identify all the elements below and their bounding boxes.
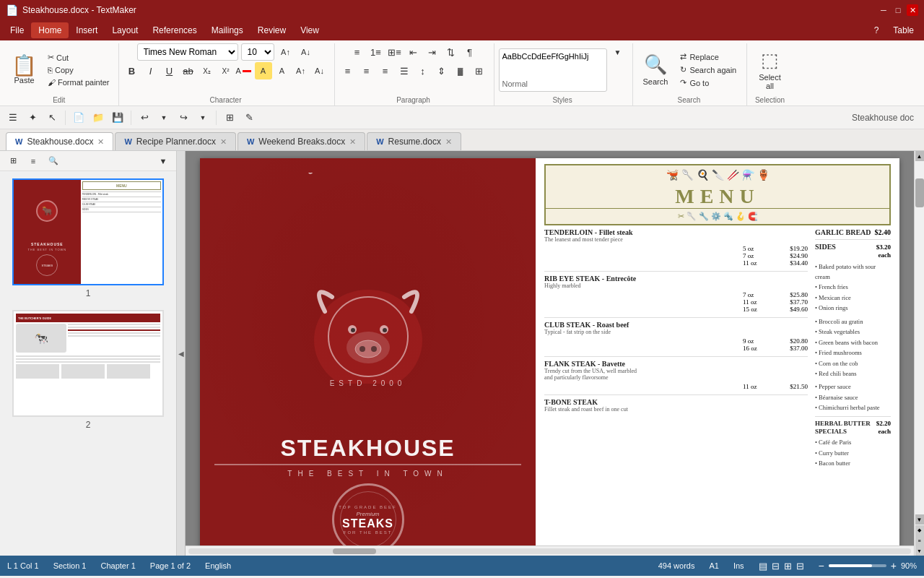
panel-collapse-handle[interactable]: ◀ — [177, 151, 186, 556]
toolbar-open-button[interactable]: 📁 — [90, 109, 107, 126]
zoom-slider[interactable] — [829, 564, 886, 567]
scroll-extra-1[interactable]: ◆ — [915, 525, 924, 535]
menu-home[interactable]: Home — [31, 22, 69, 38]
doc-tab-weekend-close[interactable]: ✕ — [349, 137, 356, 147]
font-name-select[interactable]: Times New Roman — [137, 43, 238, 61]
toolbar-cursor-button[interactable]: ↖ — [43, 109, 61, 126]
menu-references[interactable]: References — [145, 22, 204, 38]
title-controls[interactable]: ─ □ ✕ — [878, 4, 918, 16]
italic-button[interactable]: I — [142, 62, 160, 79]
zoom-in-button[interactable]: + — [891, 560, 897, 571]
char-format-button[interactable]: A — [274, 62, 291, 79]
scroll-extra-3[interactable]: ▼ — [915, 545, 924, 556]
scroll-thumb[interactable] — [915, 178, 924, 207]
font-size-select[interactable]: 10 — [241, 43, 274, 61]
menu-insert[interactable]: Insert — [69, 22, 105, 38]
justify-button[interactable]: ☰ — [396, 62, 413, 79]
doc-tab-steakhouse-close[interactable]: ✕ — [97, 137, 104, 147]
style-dropdown-button[interactable]: ▼ — [609, 43, 627, 61]
toolbar-undo-dropdown-button[interactable]: ▼ — [155, 109, 173, 126]
scroll-up-button[interactable]: ▲ — [915, 151, 924, 161]
doc-tab-weekend[interactable]: W Weekend Breaks.docx ✕ — [237, 132, 365, 150]
paste-button[interactable]: 📋 Paste — [6, 53, 43, 87]
bold-button[interactable]: B — [123, 62, 141, 79]
close-button[interactable]: ✕ — [907, 4, 918, 16]
horizontal-scrollbar[interactable] — [186, 545, 914, 556]
select-all-button[interactable]: ⬚ Selectall — [751, 46, 788, 93]
right-scrollbar[interactable]: ▲ ▼ ◆ ≡ ▼ — [914, 151, 924, 556]
sort-button[interactable]: ⇅ — [443, 43, 460, 61]
toolbar-undo-button[interactable]: ↩ — [136, 109, 153, 126]
menu-table[interactable]: Table — [886, 22, 921, 38]
style-preview-box[interactable]: AaBbCcDdEeFfGgHhIiJj Normal — [499, 48, 607, 92]
toolbar-redo-dropdown-button[interactable]: ▼ — [194, 109, 212, 126]
doc-tab-steakhouse[interactable]: W Steakhouse.docx ✕ — [6, 132, 113, 150]
doc-tab-recipe-close[interactable]: ✕ — [220, 137, 227, 147]
toolbar-menu-button[interactable]: ☰ — [4, 109, 22, 126]
char-up-button[interactable]: A↑ — [292, 62, 310, 79]
menu-view[interactable]: View — [293, 22, 326, 38]
bullets-button[interactable]: ≡ — [349, 43, 366, 61]
strikethrough-button[interactable]: ab — [180, 62, 197, 79]
scroll-down-button[interactable]: ▼ — [915, 514, 924, 525]
doc-tab-recipe[interactable]: W Recipe Planner.docx ✕ — [115, 132, 235, 150]
panel-expand-button[interactable]: ▼ — [154, 152, 172, 170]
cut-button[interactable]: ✂ Cut — [45, 51, 113, 64]
shading-button[interactable]: ▓ — [452, 62, 469, 79]
align-right-button[interactable]: ≡ — [377, 62, 394, 79]
font-size-increase-button[interactable]: A↑ — [277, 43, 295, 61]
panel-search-button[interactable]: 🔍 — [45, 152, 62, 170]
toolbar-edit-button[interactable]: ✎ — [240, 109, 258, 126]
goto-button[interactable]: ↷ Go to — [676, 77, 741, 89]
menu-mailings[interactable]: Mailings — [204, 22, 250, 38]
superscript-button[interactable]: X² — [217, 62, 235, 79]
page-thumb-img-2[interactable]: THE BUTCHER'S GUIDE 🐄 — [12, 310, 164, 417]
subscript-button[interactable]: X₂ — [199, 62, 216, 79]
menu-layout[interactable]: Layout — [105, 22, 145, 38]
view-icon-print[interactable]: ▤ — [759, 561, 767, 571]
menu-file[interactable]: File — [3, 22, 31, 38]
menu-review[interactable]: Review — [250, 22, 293, 38]
hscroll-track[interactable] — [188, 548, 911, 554]
page-thumb-img-1[interactable]: 🐂 STEAKHOUSE THE BEST IN TOWN STEAKS MEN… — [12, 178, 164, 285]
char-down-button[interactable]: A↓ — [311, 62, 328, 79]
multilevel-button[interactable]: ⊞≡ — [386, 43, 404, 61]
scroll-extra-2[interactable]: ≡ — [915, 535, 924, 545]
toolbar-save-button[interactable]: 💾 — [109, 109, 126, 126]
doc-tab-resume[interactable]: W Resume.docx ✕ — [367, 132, 461, 150]
menu-help[interactable]: ? — [867, 22, 886, 38]
document-scroll[interactable]: GRILL RESTAURANT — [186, 151, 914, 545]
maximize-button[interactable]: □ — [892, 4, 904, 16]
decrease-indent-button[interactable]: ⇤ — [405, 43, 422, 61]
toolbar-mode-button[interactable]: ⊞ — [221, 109, 238, 126]
search-button[interactable]: 🔍 Search — [637, 51, 674, 89]
toolbar-redo-button[interactable]: ↪ — [175, 109, 192, 126]
borders-button[interactable]: ⊞ — [471, 62, 488, 79]
font-size-decrease-button[interactable]: A↓ — [297, 43, 315, 61]
para-spacing-button[interactable]: ⇕ — [433, 62, 450, 79]
numbering-button[interactable]: 1≡ — [367, 43, 385, 61]
zoom-out-button[interactable]: − — [819, 560, 824, 571]
highlight-button[interactable]: A — [255, 62, 272, 79]
doc-tab-resume-close[interactable]: ✕ — [445, 137, 452, 147]
search-again-button[interactable]: ↻ Search again — [676, 64, 741, 76]
format-painter-button[interactable]: 🖌 Format painter — [45, 77, 113, 88]
align-center-button[interactable]: ≡ — [358, 62, 375, 79]
minimize-button[interactable]: ─ — [878, 4, 889, 16]
align-left-button[interactable]: ≡ — [339, 62, 357, 79]
show-formatting-button[interactable]: ¶ — [461, 43, 479, 61]
panel-list-button[interactable]: ≡ — [25, 152, 42, 170]
copy-button[interactable]: ⎘ Copy — [45, 64, 113, 76]
view-icon-web[interactable]: ⊟ — [772, 561, 780, 571]
panel-grid-button[interactable]: ⊞ — [4, 152, 22, 170]
hscroll-thumb[interactable] — [333, 548, 376, 554]
toolbar-star-button[interactable]: ✦ — [24, 109, 41, 126]
view-icon-outline[interactable]: ⊞ — [784, 561, 792, 571]
replace-button[interactable]: ⇄ Replace — [676, 51, 741, 63]
font-color-button[interactable]: A — [236, 62, 253, 79]
toolbar-new-button[interactable]: 📄 — [70, 109, 87, 126]
underline-button[interactable]: U — [161, 62, 178, 79]
line-spacing-button[interactable]: ↕ — [414, 62, 432, 79]
view-icon-draft[interactable]: ⊟ — [796, 561, 804, 571]
increase-indent-button[interactable]: ⇥ — [424, 43, 441, 61]
